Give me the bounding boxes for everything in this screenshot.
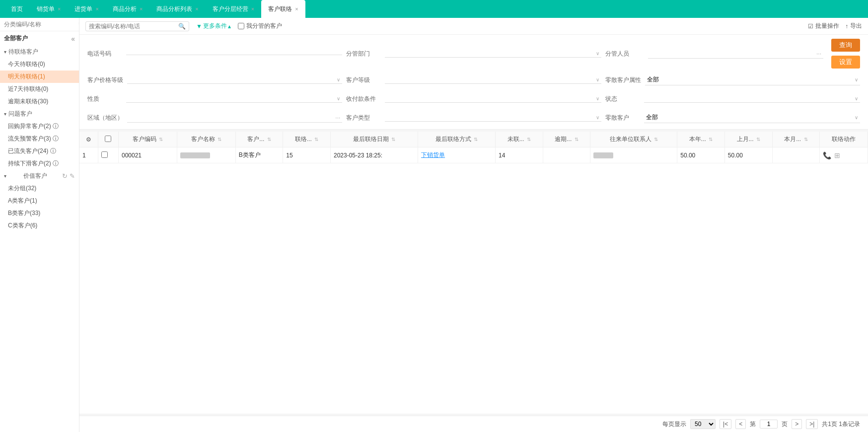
search-icon[interactable]: 🔍 (178, 23, 186, 30)
sidebar-item-repurchase-anomaly[interactable]: 回购异常客户(2) ⓘ (0, 120, 79, 133)
page-input[interactable] (760, 420, 778, 429)
retail-attr-select[interactable]: 全部 ∨ (645, 74, 860, 85)
sidebar-item-churned[interactable]: 已流失客户(24) ⓘ (0, 145, 79, 157)
col-this-month[interactable]: 本月... ⇅ (772, 132, 820, 147)
customer-type-select[interactable]: ∨ (385, 114, 601, 122)
collapse-icon[interactable]: « (71, 35, 75, 43)
col-contact[interactable]: 联络... ⇅ (283, 132, 331, 147)
phone-input[interactable] (126, 53, 342, 55)
my-customers-checkbox[interactable] (238, 23, 244, 29)
set-button[interactable]: 设置 (831, 56, 860, 69)
payment-select[interactable]: ∨ (385, 95, 601, 103)
sidebar-item-overdue[interactable]: 逾期未联络(30) (0, 95, 79, 108)
price-level-select[interactable]: ∨ (127, 76, 342, 84)
close-icon[interactable]: × (251, 6, 254, 12)
export-btn[interactable]: ↑ 导出 (845, 22, 862, 30)
sort-icon: ⇅ (159, 137, 163, 142)
value-group-icons[interactable]: ↻ ✎ (62, 172, 75, 180)
phone-action-icon[interactable]: 📞 (823, 151, 831, 159)
sidebar-item-ungrouped[interactable]: 未分组(32) (0, 182, 79, 195)
manager-select[interactable]: ··· (648, 49, 823, 59)
col-code[interactable]: 客户编码 ⇅ (118, 132, 177, 147)
nav-customer-tier[interactable]: 客户分层经营 × (206, 0, 261, 18)
retail-customer-select[interactable]: 全部 ∨ (644, 112, 860, 123)
sidebar-item-churn-warning[interactable]: 流失预警客户(3) ⓘ (0, 133, 79, 145)
col-last-contact-method[interactable]: 最后联络方式 ⇅ (418, 132, 496, 147)
last-page-btn[interactable]: >| (806, 419, 818, 429)
dept-select[interactable]: ∨ (385, 50, 601, 58)
filter-customer-level-row: 客户等级 ∨ (346, 72, 601, 87)
sidebar-item-tomorrow[interactable]: 明天待联络(1) (0, 71, 79, 83)
cell-checkbox[interactable] (98, 147, 118, 163)
more-icon[interactable]: ··· (335, 114, 340, 121)
gear-icon[interactable]: ⚙ (86, 136, 91, 143)
col-checkbox[interactable] (98, 132, 118, 147)
col-overdue[interactable]: 逾期... ⇅ (543, 132, 590, 147)
first-page-btn[interactable]: |< (720, 419, 731, 429)
my-customers-checkbox-label[interactable]: 我分管的客户 (238, 22, 282, 30)
sidebar-item-today[interactable]: 今天待联络(0) (0, 58, 79, 71)
col-unit-contact[interactable]: 往来单位联系人 ⇅ (590, 132, 677, 147)
nav-product-analysis-list[interactable]: 商品分析列表 × (149, 0, 205, 18)
status-label: 状态 (605, 95, 640, 103)
customer-level-select[interactable]: ∨ (385, 76, 601, 84)
nav-product-analysis[interactable]: 商品分析 × (106, 0, 149, 18)
row-checkbox[interactable] (101, 151, 108, 158)
col-settings[interactable]: ⚙ (79, 132, 98, 147)
col-type[interactable]: 客户... ⇅ (235, 132, 283, 147)
sort-icon: ⇅ (654, 137, 658, 142)
select-all-checkbox[interactable] (105, 136, 111, 142)
close-icon[interactable]: × (195, 6, 198, 12)
close-icon[interactable]: × (95, 6, 98, 12)
bulk-action-btn[interactable]: ☑ 批量操作 (808, 22, 839, 30)
sidebar-item-declining[interactable]: 持续下滑客户(2) ⓘ (0, 157, 79, 170)
filter-panel: 电话号码 分管部门 ∨ 分管人员 ··· 查询 设置 (79, 35, 868, 130)
cell-unit-contact (590, 147, 677, 163)
col-last-contact-date[interactable]: 最后联络日期 ⇅ (330, 132, 418, 147)
more-icon[interactable]: ··· (816, 50, 821, 57)
sort-icon: ⇅ (709, 137, 713, 142)
search-input[interactable] (89, 23, 178, 30)
prev-page-btn[interactable]: < (735, 419, 746, 429)
sidebar-item-class-a[interactable]: A类客户(1) (0, 195, 79, 207)
sidebar-search-input[interactable] (4, 21, 78, 28)
sidebar-item-class-b[interactable]: B类客户(33) (0, 207, 79, 219)
close-icon[interactable]: × (140, 6, 143, 12)
cell-last-contact-method[interactable]: 下销货单 (418, 147, 496, 163)
per-page-select[interactable]: 50 100 200 (690, 419, 716, 429)
cell-contact: 15 (283, 147, 331, 163)
filter-phone-row: 电话号码 (87, 46, 342, 61)
next-page-btn[interactable]: > (792, 419, 802, 429)
col-name[interactable]: 客户名称 ⇅ (177, 132, 235, 147)
nav-purchase-order[interactable]: 进货单 × (68, 0, 105, 18)
col-unlinked[interactable]: 未联... ⇅ (495, 132, 543, 147)
nav-customer-contact[interactable]: 客户联络 × (261, 0, 305, 18)
close-icon[interactable]: × (295, 6, 298, 12)
status-select[interactable]: ∨ (644, 95, 860, 103)
sort-icon: ⇅ (267, 137, 271, 142)
query-button[interactable]: 查询 (831, 39, 860, 52)
cell-action: 📞 ⊞ (820, 147, 868, 163)
filter-price-level-row: 客户价格等级 ∨ (87, 72, 342, 87)
sidebar-item-class-c[interactable]: C类客户(6) (0, 219, 79, 232)
nav-sales-order[interactable]: 销货单 × (30, 0, 68, 18)
sidebar-group-problem: 问题客户 (0, 108, 79, 120)
chevron-down-icon: ∨ (596, 77, 599, 82)
close-icon[interactable]: × (58, 6, 61, 12)
nature-select[interactable]: ∨ (126, 95, 342, 103)
sidebar-item-7days[interactable]: 近7天待联络(0) (0, 83, 79, 95)
qr-action-icon[interactable]: ⊞ (834, 151, 840, 159)
price-level-label: 客户价格等级 (87, 76, 123, 84)
chevron-down-icon: ∨ (855, 115, 858, 120)
col-this-year[interactable]: 本年... ⇅ (677, 132, 725, 147)
total-records: 共1页 1条记录 (822, 420, 860, 429)
all-customers-header[interactable]: 全部客户 « (0, 31, 79, 46)
footer: 每页显示 50 100 200 |< < 第 页 > >| 共1页 1条记录 (79, 416, 868, 432)
manager-label: 分管人员 (605, 50, 640, 58)
contact-method-link[interactable]: 下销货单 (421, 151, 445, 158)
region-select[interactable]: ··· (127, 113, 342, 123)
sort-icon: ⇅ (474, 137, 478, 142)
col-last-month[interactable]: 上月... ⇅ (724, 132, 772, 147)
more-filters-btn[interactable]: ▼ 更多条件 ▴ (193, 21, 234, 31)
nav-home[interactable]: 首页 (4, 0, 30, 18)
